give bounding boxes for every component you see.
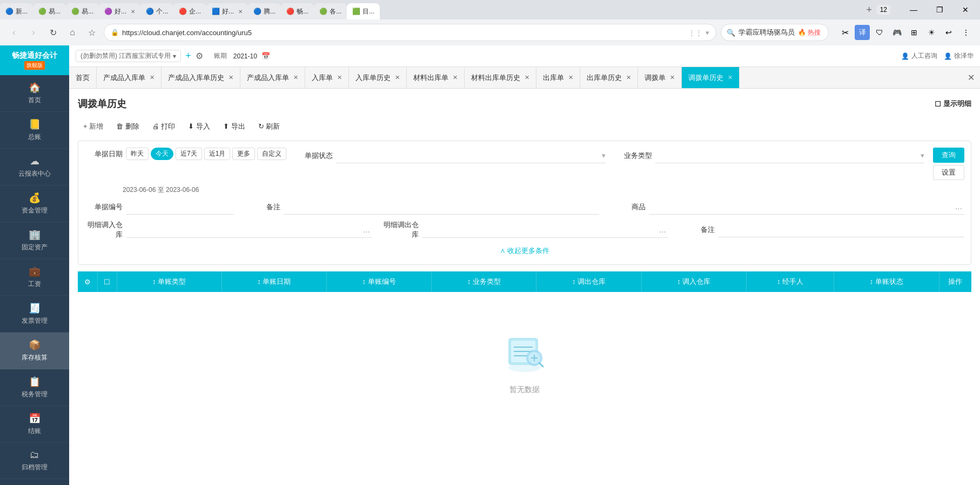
goods-dots-icon[interactable]: ... (953, 202, 964, 211)
th-doc-status[interactable]: ↕ 单账状态 (834, 271, 939, 292)
filter-settings-button[interactable]: 设置 (933, 165, 964, 180)
page-tab-material-out-history-close[interactable]: ✕ (525, 74, 529, 81)
query-button[interactable]: 查询 (933, 148, 964, 163)
page-tab-home[interactable]: 首页 (69, 67, 97, 89)
back-button[interactable]: ‹ (6, 25, 22, 40)
sidebar-item-archive[interactable]: 🗂 归档管理 (0, 443, 69, 479)
th-transfer-out[interactable]: ↕ 调出仓库 (536, 271, 641, 292)
bookmark-button[interactable]: ☆ (84, 25, 99, 40)
import-button[interactable]: ⬇ 导入 (183, 119, 216, 134)
status-dropdown-icon[interactable]: ▾ (602, 151, 606, 160)
tab-close-4[interactable]: ✕ (131, 9, 135, 15)
export-button[interactable]: ⬆ 导出 (218, 119, 251, 134)
company-selector[interactable]: (勿删勿禁用) 江西服宝测试专用 ▾ (76, 50, 181, 62)
browser-tab-3[interactable]: 🟢 易... (66, 3, 99, 19)
goods-select-wrapper[interactable]: ... (649, 199, 964, 215)
dropdown-icon[interactable]: ▾ (706, 29, 709, 37)
browser-tab-2[interactable]: 🟢 易... (33, 3, 66, 19)
sidebar-item-funds[interactable]: 💰 资金管理 (0, 185, 69, 222)
sidebar-item-wages[interactable]: 💼 工资 (0, 259, 69, 296)
home-button[interactable]: ⌂ (65, 25, 80, 40)
table-checkbox-icon[interactable]: ☐ (104, 278, 110, 286)
page-tab-product-in[interactable]: 产成品入库单 ✕ (97, 67, 162, 89)
th-settings[interactable]: ⚙ (78, 271, 97, 292)
status-select-input[interactable] (336, 148, 601, 163)
page-tab-transfer-history-close[interactable]: ✕ (728, 74, 733, 81)
page-tab-product-in-history[interactable]: 产成品入库单历史 ✕ (162, 67, 240, 89)
print-button[interactable]: 🖨 打印 (147, 119, 181, 134)
date-7days-button[interactable]: 近7天 (176, 148, 202, 160)
th-doc-type[interactable]: ↕ 单账类型 (117, 271, 221, 292)
th-doc-date[interactable]: ↕ 单账日期 (221, 271, 326, 292)
service-button[interactable]: 👤 人工咨询 (901, 51, 937, 61)
sidebar-item-report[interactable]: ☁ 云报表中心 (0, 149, 69, 185)
page-tab-product-in-close[interactable]: ✕ (150, 74, 155, 81)
th-handler[interactable]: ↕ 经手人 (746, 271, 834, 292)
table-settings-icon[interactable]: ⚙ (84, 278, 91, 286)
biz-type-select-wrapper[interactable]: ▾ (655, 148, 924, 163)
close-button[interactable]: ✕ (953, 1, 978, 18)
browser-tab-11[interactable]: 🟩 目... (347, 3, 380, 19)
note-input[interactable] (284, 200, 599, 215)
sidebar-item-tax[interactable]: 📋 税务管理 (0, 369, 69, 406)
date-today-button[interactable]: 今天 (151, 148, 173, 160)
browser-tab-6[interactable]: 🔴 企... (173, 3, 206, 19)
detail-out-dots-icon[interactable]: ... (657, 225, 668, 235)
sidebar-item-basic[interactable]: ⚙ 基础设置 (0, 479, 69, 485)
undo-button[interactable]: ↩ (941, 25, 956, 40)
new-button[interactable]: + 新增 (78, 119, 109, 134)
extension3-button[interactable]: ⊞ (907, 25, 922, 40)
date-yesterday-button[interactable]: 昨天 (126, 148, 149, 160)
browser-tab-5[interactable]: 🔵 个... (140, 3, 173, 19)
sidebar-item-assets[interactable]: 🏢 固定资产 (0, 222, 69, 259)
page-tab-in-history[interactable]: 入库单历史 ✕ (349, 67, 407, 89)
delete-button[interactable]: 🗑 删除 (111, 119, 145, 134)
date-more-button[interactable]: 更多 (232, 148, 255, 160)
th-doc-no[interactable]: ↕ 单账编号 (326, 271, 431, 292)
extension1-button[interactable]: 🛡 (872, 25, 887, 40)
page-tab-transfer-history[interactable]: 调拨单历史 ✕ (682, 67, 740, 89)
page-tab-out-order[interactable]: 出库单 ✕ (536, 67, 580, 89)
th-biz-type[interactable]: ↕ 业务类型 (432, 271, 536, 292)
biz-type-select-input[interactable] (655, 148, 921, 163)
date-1month-button[interactable]: 近1月 (204, 148, 231, 160)
note2-input[interactable] (718, 222, 964, 237)
page-tab-out-history-close[interactable]: ✕ (626, 74, 631, 81)
page-tab-product-in2-close[interactable]: ✕ (293, 74, 298, 81)
page-tab-in-history-close[interactable]: ✕ (395, 74, 400, 81)
maximize-button[interactable]: ❐ (927, 1, 952, 18)
add-company-button[interactable]: + (185, 50, 191, 62)
extension4-button[interactable]: ☀ (924, 25, 939, 40)
th-transfer-in[interactable]: ↕ 调入仓库 (641, 271, 746, 292)
settings-gear-icon[interactable]: ⚙ (196, 51, 203, 61)
extension2-button[interactable]: 🎮 (889, 25, 904, 40)
page-tab-in-order-close[interactable]: ✕ (337, 74, 342, 81)
page-tab-out-history[interactable]: 出库单历史 ✕ (580, 67, 638, 89)
detail-in-input[interactable] (126, 222, 361, 237)
goods-input[interactable] (649, 199, 953, 214)
detail-out-select-wrapper[interactable]: ... (422, 222, 668, 238)
detail-out-input[interactable] (422, 222, 657, 237)
th-checkbox[interactable]: ☐ (97, 271, 117, 292)
tab-count-badge[interactable]: 12 (877, 5, 890, 15)
page-tab-out-order-close[interactable]: ✕ (568, 74, 573, 81)
browser-tab-7[interactable]: 🟦 好... ✕ (206, 3, 248, 19)
sidebar-item-home[interactable]: 🏠 首页 (0, 75, 69, 112)
search-bar[interactable]: 🔍 学霸应聘场驱鸟员 🔥 热搜 (721, 24, 829, 41)
detail-in-select-wrapper[interactable]: ... (126, 222, 372, 238)
sidebar-item-closing[interactable]: 📅 结账 (0, 406, 69, 443)
show-all-button[interactable]: ☐ 显示明细 (935, 99, 971, 109)
page-tab-transfer[interactable]: 调拨单 ✕ (638, 67, 682, 89)
browser-tab-1[interactable]: 🔵 新... (0, 3, 33, 19)
show-all-checkbox[interactable]: ☐ (935, 100, 941, 108)
refresh-button[interactable]: ↻ (45, 25, 61, 40)
detail-in-dots-icon[interactable]: ... (361, 225, 372, 235)
browser-tab-10[interactable]: 🟢 各... (314, 3, 347, 19)
page-tab-transfer-close[interactable]: ✕ (670, 74, 675, 81)
sidebar-item-inventory[interactable]: 📦 库存核算 (0, 333, 69, 369)
more-button[interactable]: ⋮ (958, 25, 974, 40)
minimize-button[interactable]: — (901, 1, 926, 18)
close-all-tabs-button[interactable]: ✕ (962, 72, 980, 83)
new-tab-button[interactable]: + (862, 2, 877, 17)
page-tab-product-in-history-close[interactable]: ✕ (229, 74, 233, 81)
